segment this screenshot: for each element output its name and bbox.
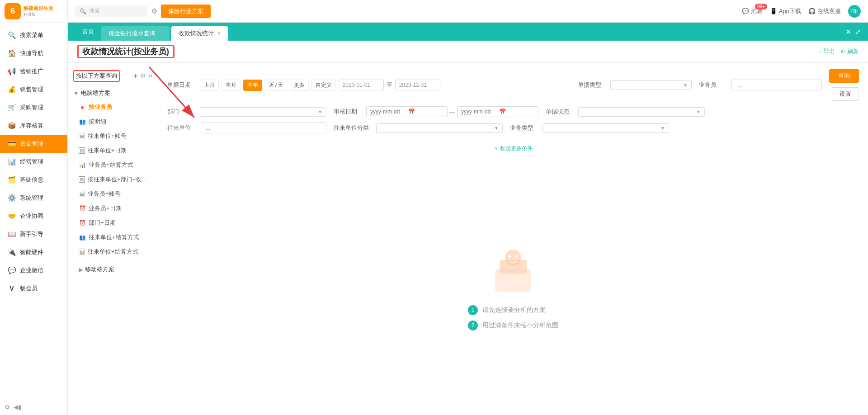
- audit-to-calendar-icon[interactable]: 📅: [499, 108, 506, 115]
- add-filter-icon[interactable]: +: [133, 72, 137, 80]
- date-btn-more[interactable]: 更多: [290, 80, 309, 91]
- salesperson-date-icon: ⏰: [79, 205, 86, 212]
- sidebar-item-guide[interactable]: 📖 新手引导: [0, 225, 67, 243]
- sidebar-item-finance[interactable]: 💳 资金管理: [0, 135, 67, 153]
- avatar: Rit: [848, 5, 861, 18]
- refresh-button[interactable]: ↻ 刷新: [840, 47, 859, 56]
- date-label: 单据日期: [167, 81, 193, 89]
- sidebar-label-search: 搜索菜单: [20, 31, 43, 39]
- sidebar-item-system[interactable]: ⚙️ 系统管理: [0, 189, 67, 207]
- date-btn-7days[interactable]: 近7天: [265, 80, 287, 91]
- phone-icon: 📱: [770, 8, 777, 14]
- doc-type-select[interactable]: ▼: [610, 80, 692, 90]
- filter-item-unit-date[interactable]: ⊞ 往来单位+日期: [68, 143, 158, 158]
- sidebar-label-member: 畅会员: [20, 284, 38, 292]
- sidebar-item-inventory[interactable]: 📦 库存核算: [0, 117, 67, 135]
- empty-illustration: [486, 242, 540, 296]
- filter-panel-actions: + ⚙ «: [133, 72, 152, 80]
- counterpart-type-select[interactable]: ▼: [376, 123, 503, 133]
- main-content: 🔍 搜索 ⚙ 体验行业方案 💬 消息 99+ 📱 App下载 🎧 在线客服 Ri…: [68, 0, 868, 415]
- audit-date-from[interactable]: 📅: [366, 106, 448, 117]
- audit-date-from-input[interactable]: [370, 108, 406, 115]
- audit-date-to[interactable]: 📅: [457, 106, 538, 117]
- refresh-icon: ↻: [840, 48, 845, 55]
- app-download[interactable]: 📱 App下载: [770, 7, 801, 15]
- sidebar-item-sales[interactable]: 💰 销售管理: [0, 80, 67, 99]
- collapse-sidebar-icon[interactable]: ◀▮: [14, 404, 21, 410]
- sidebar-item-operation[interactable]: 📊 经营管理: [0, 153, 67, 171]
- date-btn-last-month[interactable]: 上月: [200, 80, 219, 91]
- filter-item-unit-dept-receipt[interactable]: ⊞ 按往来单位+部门+收...: [68, 172, 158, 187]
- biz-type-select[interactable]: ▼: [542, 123, 669, 133]
- audit-from-calendar-icon[interactable]: 📅: [408, 108, 415, 115]
- settings-button[interactable]: 设置: [832, 87, 859, 101]
- sidebar-item-quick-nav[interactable]: 🏠 快捷导航: [0, 44, 67, 62]
- desktop-group-title[interactable]: ▼ 电脑端方案: [68, 86, 158, 100]
- chevron-right-icon: ▶: [79, 266, 83, 273]
- header-left: 🔍 搜索 ⚙ 体验行业方案: [75, 5, 211, 18]
- filter-item-by-detail[interactable]: 👥 按明细: [68, 114, 158, 129]
- tab-receipt-stats-close[interactable]: ×: [217, 30, 221, 37]
- tab-bank-flow-close[interactable]: ×: [159, 30, 162, 37]
- filter-item-by-salesperson[interactable]: ● 按业务员: [68, 100, 158, 114]
- message-area[interactable]: 💬 消息 99+: [742, 7, 763, 15]
- counterpart-more-btn[interactable]: ...: [206, 125, 210, 131]
- filter-item-unit-account[interactable]: ⊞ 往来单位+账号: [68, 129, 158, 143]
- filter-item-unit-account-label: 往来单位+账号: [88, 132, 127, 140]
- filter-item-unit-method[interactable]: 👥 往来单位+结算方式: [68, 230, 158, 245]
- salesperson-input[interactable]: ...: [731, 80, 822, 90]
- salesperson-more-btn[interactable]: ...: [737, 82, 742, 88]
- sidebar-item-search[interactable]: 🔍 搜索菜单: [0, 26, 67, 44]
- close-window-icon[interactable]: ✕: [845, 28, 851, 36]
- filter-item-salesperson-account[interactable]: ⊞ 业务员+账号: [68, 187, 158, 201]
- counterpart-label: 往来单位: [167, 124, 193, 132]
- maximize-window-icon[interactable]: ⤢: [855, 28, 861, 36]
- date-to-input[interactable]: [395, 80, 440, 90]
- date-from-input[interactable]: [339, 80, 384, 90]
- mobile-group-title[interactable]: ▶ 移动端方案: [68, 263, 158, 276]
- filter-item-unit-method2[interactable]: ⊞ 往来单位+结算方式: [68, 245, 158, 259]
- tab-receipt-stats-label: 收款情况统计: [179, 29, 214, 38]
- tab-bank-flow[interactable]: 现金银行流水查询 ×: [101, 26, 170, 41]
- trial-button[interactable]: 体验行业方案: [161, 5, 211, 18]
- settings-bottom-icon[interactable]: ⚙: [5, 404, 10, 410]
- search-header-placeholder: 搜索: [89, 7, 100, 15]
- enterprise-icon: 🤝: [7, 212, 16, 221]
- dept-select[interactable]: ▼: [200, 107, 326, 117]
- sidebar-item-wechat[interactable]: 💬 企业微信: [0, 261, 67, 279]
- user-info[interactable]: Rit: [848, 5, 861, 18]
- sidebar-item-hardware[interactable]: 🔌 智能硬件: [0, 243, 67, 261]
- filter-item-salesperson-method[interactable]: 📊 业务员+结算方式: [68, 158, 158, 172]
- sidebar-item-member[interactable]: V 畅会员: [0, 279, 67, 297]
- doc-status-select[interactable]: ▼: [578, 107, 705, 117]
- sidebar-item-purchase[interactable]: 🛒 采购管理: [0, 99, 67, 117]
- sidebar-item-basic[interactable]: 🗂️ 基础信息: [0, 171, 67, 189]
- dept-label: 部门: [167, 108, 193, 116]
- date-btn-this-year[interactable]: 本年: [243, 80, 262, 91]
- collapse-bar[interactable]: ∧ 收起更多条件: [158, 140, 868, 157]
- header-search-bar[interactable]: 🔍 搜索: [75, 5, 147, 17]
- audit-date-to-input[interactable]: [461, 108, 497, 115]
- sidebar-item-enterprise[interactable]: 🤝 企业协同: [0, 207, 67, 225]
- unit-date-icon: ⊞: [79, 147, 85, 154]
- date-btn-custom[interactable]: 自定义: [311, 80, 336, 91]
- filter-item-dept-date[interactable]: ⏰ 部门+日期: [68, 216, 158, 230]
- gear-icon[interactable]: ⚙: [151, 7, 157, 15]
- sidebar-label-enterprise: 企业协同: [20, 212, 43, 220]
- salesperson-label: 业务员: [699, 81, 724, 89]
- sidebar-item-marketing[interactable]: 📢 营销推广: [0, 62, 67, 80]
- audit-date-range: 📅 — 📅: [366, 106, 538, 117]
- unit-method-icon: 👥: [79, 234, 86, 241]
- sidebar-label-inventory: 库存核算: [20, 122, 43, 130]
- online-service[interactable]: 🎧 在线客服: [808, 7, 841, 15]
- counterpart-input[interactable]: ...: [200, 123, 326, 133]
- export-button[interactable]: ↑ 导出: [819, 47, 835, 56]
- tab-receipt-stats[interactable]: 收款情况统计 ×: [171, 26, 228, 41]
- collapse-filter-icon[interactable]: «: [149, 72, 152, 80]
- tab-home[interactable]: 首页: [75, 23, 101, 41]
- date-btn-this-month[interactable]: 本月: [222, 80, 241, 91]
- filter-item-salesperson-date[interactable]: ⏰ 业务员+日期: [68, 201, 158, 216]
- filter-item-dept-date-label: 部门+日期: [89, 219, 116, 227]
- filter-settings-icon[interactable]: ⚙: [140, 72, 146, 80]
- query-button[interactable]: 查询: [829, 69, 859, 83]
